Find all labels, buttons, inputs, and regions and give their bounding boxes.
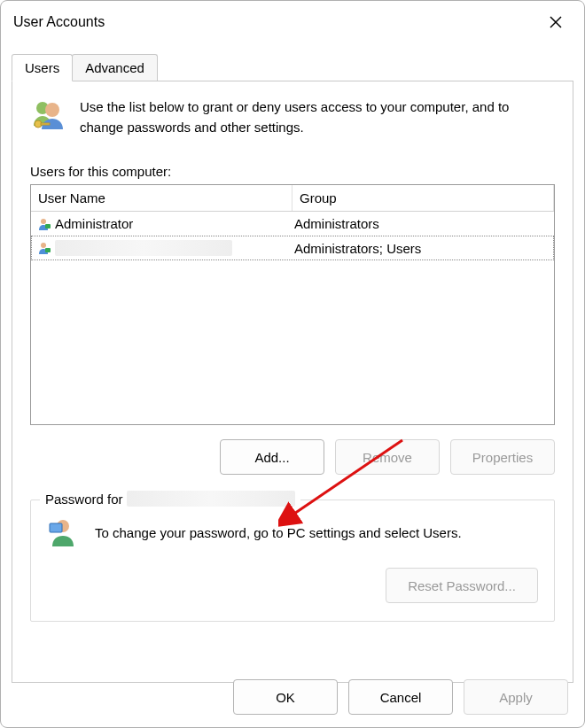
svg-point-6 <box>41 219 46 224</box>
cell-group: Administrators <box>289 213 553 235</box>
tab-users[interactable]: Users <box>12 54 73 81</box>
user-icon <box>37 241 51 255</box>
svg-point-3 <box>45 103 59 117</box>
close-button[interactable] <box>540 6 572 38</box>
svg-rect-5 <box>41 123 50 125</box>
password-user-icon <box>47 516 79 548</box>
column-group[interactable]: Group <box>292 185 554 211</box>
apply-button[interactable]: Apply <box>464 679 568 715</box>
tab-panel-users: Use the list below to grant or deny user… <box>12 81 573 683</box>
user-icon <box>37 217 51 231</box>
titlebar: User Accounts <box>1 1 584 44</box>
window-title: User Accounts <box>13 14 540 30</box>
cell-group: Administrators; Users <box>289 237 553 259</box>
table-row[interactable]: Administrators; Users <box>31 236 554 260</box>
password-legend-redacted <box>127 491 295 507</box>
properties-button[interactable]: Properties <box>450 439 555 475</box>
cell-username-redacted <box>55 240 232 256</box>
listview-header[interactable]: User Name Group <box>31 185 554 212</box>
intro-row: Use the list below to grant or deny user… <box>30 97 555 137</box>
svg-point-8 <box>41 243 46 248</box>
cell-username <box>32 236 289 259</box>
cell-username: Administrator <box>32 213 289 235</box>
users-keys-icon <box>30 97 66 133</box>
svg-rect-9 <box>45 248 51 252</box>
table-row[interactable]: Administrator Administrators <box>31 212 554 236</box>
column-username[interactable]: User Name <box>31 185 292 211</box>
cancel-button[interactable]: Cancel <box>348 679 453 715</box>
ok-button[interactable]: OK <box>233 679 338 715</box>
user-buttons-row: Add... Remove Properties <box>30 439 555 475</box>
users-listview[interactable]: User Name Group Administrator Administra… <box>30 184 555 425</box>
svg-rect-11 <box>50 523 62 532</box>
svg-rect-7 <box>45 224 51 228</box>
remove-button[interactable]: Remove <box>335 439 440 475</box>
tab-advanced[interactable]: Advanced <box>72 54 158 81</box>
intro-text: Use the list below to grant or deny user… <box>80 97 555 137</box>
cell-username-text: Administrator <box>55 216 133 231</box>
dialog-footer: OK Cancel Apply <box>1 667 584 727</box>
add-button[interactable]: Add... <box>220 439 324 475</box>
password-legend: Password for <box>40 491 300 507</box>
listview-body: Administrator Administrators Administrat… <box>31 212 554 260</box>
password-button-row: Reset Password... <box>47 568 538 603</box>
password-info-row: To change your password, go to PC settin… <box>47 516 538 548</box>
tab-strip: Users Advanced <box>1 53 584 81</box>
reset-password-button[interactable]: Reset Password... <box>386 568 538 603</box>
password-legend-prefix: Password for <box>45 492 123 507</box>
users-list-label: Users for this computer: <box>30 164 555 179</box>
password-info-text: To change your password, go to PC settin… <box>95 525 538 540</box>
user-accounts-window: User Accounts Users Advanced Use the lis… <box>0 0 585 728</box>
password-groupbox: Password for To change your password, go… <box>30 500 555 622</box>
close-icon <box>549 15 563 29</box>
